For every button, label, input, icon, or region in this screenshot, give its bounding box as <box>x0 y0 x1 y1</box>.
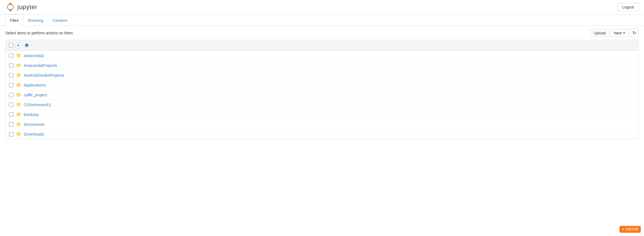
file-list-header: ▾ <box>5 40 639 50</box>
upload-button[interactable]: Upload <box>590 29 609 37</box>
file-checkbox[interactable] <box>9 83 13 87</box>
home-icon-button[interactable] <box>23 42 30 48</box>
list-item: 📁 Applications <box>6 80 638 90</box>
file-link[interactable]: AndroidStudioProjects <box>24 73 64 77</box>
folder-icon: 📁 <box>16 122 21 127</box>
toolbar-actions: Upload New ▼ ↻ <box>590 29 639 37</box>
new-label: New <box>614 31 622 35</box>
folder-icon: 📁 <box>16 53 21 58</box>
file-checkbox[interactable] <box>9 53 13 58</box>
tab-clusters[interactable]: Clusters <box>48 14 72 26</box>
folder-icon: 📁 <box>16 63 21 68</box>
list-item: 📁 Desktop <box>6 110 638 120</box>
file-link[interactable]: Applications <box>24 83 46 87</box>
list-item: 📁 Downloads <box>6 129 638 139</box>
list-item: 📁 Documents <box>6 120 638 129</box>
list-item: 📁 CGhomework1 <box>6 100 638 110</box>
new-dropdown-caret-icon: ▼ <box>623 31 625 34</box>
file-link[interactable]: anaconda2 <box>24 53 44 58</box>
file-checkbox[interactable] <box>9 132 13 136</box>
list-item: 📁 AnacondaProjects <box>6 61 638 70</box>
refresh-button[interactable]: ↻ <box>630 29 639 37</box>
file-link[interactable]: AnacondaProjects <box>24 63 57 68</box>
file-link[interactable]: Desktop <box>24 112 39 117</box>
folder-icon: 📁 <box>16 82 21 88</box>
file-checkbox[interactable] <box>9 73 13 77</box>
file-checkbox[interactable] <box>9 103 13 107</box>
home-icon <box>24 43 29 48</box>
list-item: 📁 caffe_project <box>6 90 638 100</box>
toolbar: Select items to perform actions on them.… <box>0 26 644 40</box>
folder-icon: 📁 <box>16 102 21 107</box>
select-hint-text: Select items to perform actions on them. <box>5 31 74 35</box>
file-link[interactable]: Downloads <box>24 132 44 136</box>
folder-icon: 📁 <box>16 112 21 117</box>
file-link[interactable]: caffe_project <box>24 92 47 97</box>
folder-icon: 📁 <box>16 132 21 137</box>
refresh-icon: ↻ <box>633 30 636 35</box>
tab-running[interactable]: Running <box>23 14 48 26</box>
file-link[interactable]: CGhomework1 <box>24 102 51 107</box>
logout-button[interactable]: Logout <box>618 3 639 11</box>
list-item: 📁 anaconda2 <box>6 51 638 61</box>
logo-area: jupyter <box>5 2 37 12</box>
file-link[interactable]: Documents <box>24 122 44 127</box>
folder-icon: 📁 <box>16 92 21 97</box>
tab-files[interactable]: Files <box>5 14 23 26</box>
select-all-checkbox[interactable] <box>9 43 13 47</box>
jupyter-logo-icon <box>5 2 15 12</box>
header: jupyter Logout <box>0 0 644 14</box>
file-list-container: ▾ 📁 anaconda2 📁 AnacondaProjects 📁 Andro… <box>0 40 644 139</box>
file-checkbox[interactable] <box>9 63 13 68</box>
header-dropdown-button[interactable]: ▾ <box>16 43 21 48</box>
file-checkbox[interactable] <box>9 112 13 117</box>
file-list: 📁 anaconda2 📁 AnacondaProjects 📁 Android… <box>5 50 639 139</box>
logo-text: jupyter <box>17 4 37 11</box>
file-checkbox[interactable] <box>9 93 13 97</box>
tabs-bar: Files Running Clusters <box>0 14 644 26</box>
file-checkbox[interactable] <box>9 122 13 127</box>
new-button[interactable]: New ▼ <box>610 29 629 37</box>
folder-icon: 📁 <box>16 73 21 78</box>
list-item: 📁 AndroidStudioProjects <box>6 70 638 80</box>
